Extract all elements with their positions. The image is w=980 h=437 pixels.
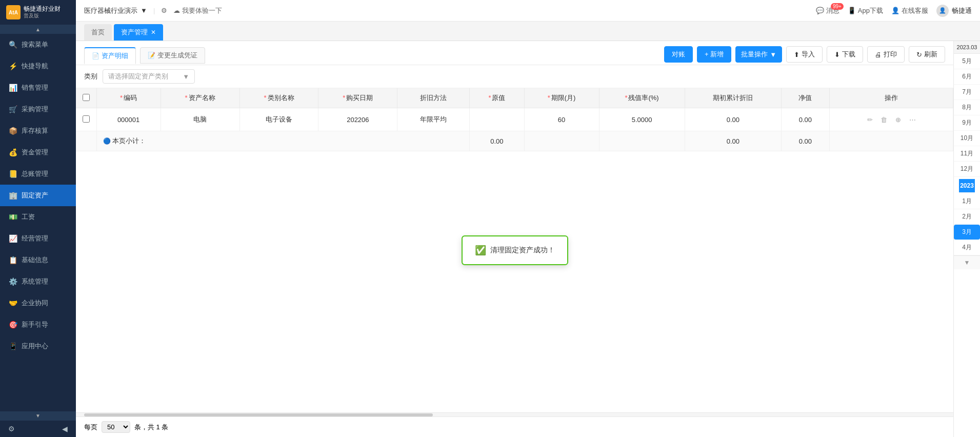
calendar-header: 2023.03 xyxy=(954,41,980,54)
calendar-month-4[interactable]: 4月 xyxy=(954,240,980,255)
subtotal-period-depreciation: 0.00 xyxy=(685,131,782,151)
new-button[interactable]: + 新增 xyxy=(697,46,731,63)
year-badge[interactable]: 2023 xyxy=(959,179,975,193)
settings-gear-icon[interactable]: ⚙ xyxy=(161,7,167,14)
sidebar-item-quick-nav[interactable]: ⚡ 快捷导航 xyxy=(0,55,76,77)
sidebar-item-operations[interactable]: 📈 经营管理 xyxy=(0,228,76,249)
pagination: 每页 10 20 50 100 条，共 1 条 xyxy=(76,416,953,437)
download-button[interactable]: ⬇ 下载 xyxy=(827,46,863,63)
sidebar-scroll-up[interactable]: ▲ xyxy=(0,25,76,34)
more-icon[interactable]: ⋯ xyxy=(906,113,918,126)
calendar-month-5[interactable]: 5月 xyxy=(954,54,980,69)
support-label: 在线客服 xyxy=(902,6,928,15)
app-download-label: App下载 xyxy=(858,6,883,15)
col-category: *类别名称 xyxy=(239,88,318,108)
print-button[interactable]: 🖨 打印 xyxy=(867,46,905,63)
row-checkbox[interactable] xyxy=(83,115,90,123)
refresh-button[interactable]: ↻ 刷新 xyxy=(909,46,945,63)
sidebar-item-guide[interactable]: 🎯 新手引导 xyxy=(0,314,76,335)
sidebar-item-fixed-assets[interactable]: 🏢 固定资产 xyxy=(0,185,76,206)
category-select[interactable]: 请选择固定资产类别 ▼ xyxy=(103,69,195,84)
operations-icon: 📈 xyxy=(8,234,17,243)
delete-icon[interactable]: 🗑 xyxy=(878,113,890,126)
scroll-thumb[interactable] xyxy=(84,413,433,416)
tab-asset-label: 资产管理 xyxy=(121,28,148,37)
table-row: 000001 电脑 电子设备 202206 年限平均 60 5.0000 0.0… xyxy=(76,108,953,131)
sidebar-item-search[interactable]: 🔍 搜索菜单 xyxy=(0,34,76,55)
subtab-change-voucher-label: 变更生成凭证 xyxy=(157,51,197,60)
copy-icon[interactable]: ⊕ xyxy=(892,113,905,126)
sidebar-item-funds[interactable]: 💰 资金管理 xyxy=(0,142,76,163)
sidebar-item-basic-info[interactable]: 📋 基础信息 xyxy=(0,249,76,271)
row-residual-rate: 5.0000 xyxy=(599,108,685,131)
app-download-btn[interactable]: 📱 App下载 xyxy=(848,6,883,15)
message-icon: 💬 xyxy=(816,7,824,14)
sidebar-item-ledger[interactable]: 📒 总账管理 xyxy=(0,163,76,185)
col-operation: 操作 xyxy=(829,88,953,108)
user-menu[interactable]: 👤 畅捷通 xyxy=(936,5,972,17)
row-purchase-date: 202206 xyxy=(318,108,397,131)
sidebar-nav: 🔍 搜索菜单 ⚡ 快捷导航 📊 销售管理 🛒 采购管理 📦 库存核算 💰 资金管… xyxy=(0,34,76,411)
subtab-asset-detail[interactable]: 📄 资产明细 xyxy=(84,47,136,64)
sidebar-item-inventory[interactable]: 📦 库存核算 xyxy=(0,120,76,142)
messages-btn[interactable]: 💬 消息 99+ xyxy=(816,6,839,15)
calendar-month-10[interactable]: 10月 xyxy=(954,131,980,146)
export-button[interactable]: ⬆ 导入 xyxy=(786,46,823,63)
collapse-icon[interactable]: ◀ xyxy=(62,425,68,433)
row-name: 电脑 xyxy=(161,108,239,131)
experience-btn[interactable]: ☁ 我要体验一下 xyxy=(173,6,222,15)
row-depreciation-method: 年限平均 xyxy=(397,108,470,131)
horizontal-scrollbar[interactable] xyxy=(76,412,953,416)
sidebar-item-sales[interactable]: 📊 销售管理 xyxy=(0,77,76,98)
sidebar-item-payroll[interactable]: 💵 工资 xyxy=(0,206,76,228)
calendar-month-8[interactable]: 8月 xyxy=(954,100,980,115)
tab-asset-management[interactable]: 资产管理 ✕ xyxy=(114,24,163,41)
sidebar-item-system[interactable]: ⚙️ 系统管理 xyxy=(0,271,76,292)
system-icon: ⚙️ xyxy=(8,277,17,286)
reconcile-button[interactable]: 对账 xyxy=(664,46,693,63)
success-toast: ✅ 清理固定资产成功！ xyxy=(462,235,568,265)
calendar-month-3-active[interactable]: 3月 xyxy=(954,225,980,240)
batch-dropdown-icon: ▼ xyxy=(770,51,776,58)
quick-nav-icon: ⚡ xyxy=(8,62,17,70)
tab-home[interactable]: 首页 xyxy=(84,24,112,41)
sidebar-item-app-center[interactable]: 📱 应用中心 xyxy=(0,335,76,357)
experience-label: 我要体验一下 xyxy=(182,6,222,15)
sidebar-item-cooperation[interactable]: 🤝 企业协同 xyxy=(0,292,76,314)
company-dropdown-icon: ▼ xyxy=(141,7,147,14)
company-selector[interactable]: 医疗器械行业演示 ▼ xyxy=(84,6,147,15)
calendar-month-7[interactable]: 7月 xyxy=(954,85,980,100)
calendar-down-btn[interactable]: ▼ xyxy=(954,255,980,269)
sidebar-scroll-down[interactable]: ▼ xyxy=(0,411,76,420)
support-icon: 👤 xyxy=(891,7,899,14)
subtabs: 📄 资产明细 📝 变更生成凭证 对账 + 新增 批量操作 ▼ ⬆ xyxy=(76,41,953,65)
row-period-depreciation: 0.00 xyxy=(685,108,782,131)
payroll-icon: 💵 xyxy=(8,213,17,221)
row-original-value xyxy=(470,108,524,131)
topbar-right: 💬 消息 99+ 📱 App下载 👤 在线客服 👤 畅捷通 xyxy=(816,5,972,17)
sales-icon: 📊 xyxy=(8,84,17,92)
logo-icon: AtA xyxy=(6,5,21,19)
sidebar-item-purchase[interactable]: 🛒 采购管理 xyxy=(0,98,76,120)
tabbar: 首页 资产管理 ✕ xyxy=(76,22,980,41)
purchase-icon: 🛒 xyxy=(8,105,17,113)
settings-icon[interactable]: ⚙ xyxy=(8,425,15,433)
calendar-month-9[interactable]: 9月 xyxy=(954,115,980,131)
per-page-select[interactable]: 10 20 50 100 xyxy=(102,421,130,433)
select-all-checkbox[interactable] xyxy=(83,94,90,101)
calendar-month-6[interactable]: 6月 xyxy=(954,69,980,85)
calendar-month-2[interactable]: 2月 xyxy=(954,209,980,225)
batch-button[interactable]: 批量操作 ▼ xyxy=(735,46,782,63)
print-icon: 🖨 xyxy=(875,51,882,58)
row-operations: ✏ 🗑 ⊕ ⋯ xyxy=(829,108,953,131)
subtab-change-voucher[interactable]: 📝 变更生成凭证 xyxy=(140,47,205,64)
subtotal-label: 🔵 本页小计： xyxy=(96,131,470,151)
tab-close-icon[interactable]: ✕ xyxy=(151,29,156,36)
calendar-month-1[interactable]: 1月 xyxy=(954,194,980,209)
online-support-btn[interactable]: 👤 在线客服 xyxy=(891,6,928,15)
logo-sub: 普及版 xyxy=(24,12,61,19)
edit-icon[interactable]: ✏ xyxy=(864,113,876,126)
calendar-month-12[interactable]: 12月 xyxy=(954,162,980,177)
calendar-month-11[interactable]: 11月 xyxy=(954,146,980,162)
calendar-year-2023: 2023 xyxy=(958,177,976,194)
